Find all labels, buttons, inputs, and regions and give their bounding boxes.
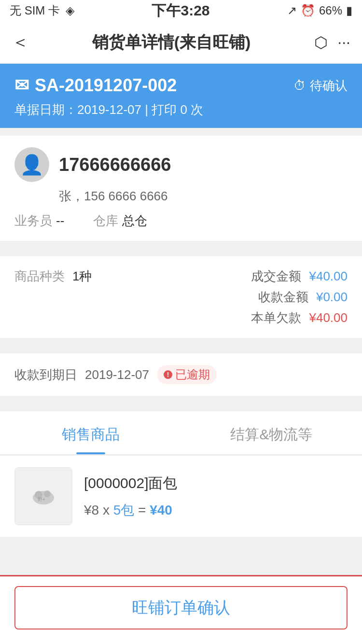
salesperson-value: -- [56, 213, 64, 228]
order-icon: ✉ [14, 75, 29, 96]
battery-icon: ▮ [346, 4, 352, 17]
transaction-label: 成交金额 [251, 268, 301, 285]
owed-row: 本单欠款 ¥40.00 [251, 309, 348, 326]
price-multiply: x [103, 503, 113, 518]
order-header: ✉ SA-20191207-002 ⏱ 待确认 单据日期：2019-12-07 … [0, 64, 362, 128]
nav-actions: ⬡ ··· [302, 33, 350, 52]
price-equals: = [138, 503, 150, 518]
salesperson-label: 业务员 [14, 212, 52, 229]
customer-section: 👤 17666666666 张，156 6666 6666 业务员 -- 仓库 … [0, 136, 362, 241]
customer-row: 👤 17666666666 [14, 147, 348, 182]
warehouse-value: 总仓 [122, 212, 147, 229]
summary-section: 商品种类 1种 成交金额 ¥40.00 收款金额 ¥0.00 本单欠款 ¥40.… [0, 256, 362, 338]
location-icon: ↗ [287, 4, 297, 17]
page-title: 销货单详情(来自旺铺) [41, 31, 302, 54]
price-unit: ¥8 [84, 503, 99, 518]
status-left: 无 SIM 卡 ◈ [10, 3, 74, 18]
share-icon[interactable]: ⬡ [314, 33, 328, 52]
received-label: 收款金额 [258, 289, 308, 306]
due-date: 2019-12-07 [85, 367, 149, 382]
product-section: 野+ [0000002]面包 ¥8 x 5包 = ¥40 [0, 456, 362, 537]
due-section: 收款到期日 2019-12-07 ! 已逾期 [0, 353, 362, 396]
owed-label: 本单欠款 [251, 309, 301, 326]
bottom-bar: 旺铺订单确认 [0, 575, 362, 644]
avatar: 👤 [14, 147, 49, 182]
price-total: ¥40 [150, 503, 172, 518]
divider-3 [0, 346, 362, 353]
received-row: 收款金额 ¥0.00 [258, 289, 348, 306]
svg-text:野+: 野+ [38, 497, 45, 502]
product-info: [0000002]面包 ¥8 x 5包 = ¥40 [84, 474, 348, 519]
no-sim-text: 无 SIM 卡 [10, 3, 60, 18]
tab-settlement[interactable]: 结算&物流等 [181, 411, 362, 454]
product-logo-icon: 野+ [29, 484, 58, 508]
price-qty: 5包 [113, 503, 135, 518]
product-price: ¥8 x 5包 = ¥40 [84, 501, 348, 519]
product-thumbnail: 野+ [14, 467, 72, 525]
transaction-row: 成交金额 ¥40.00 [251, 268, 348, 285]
status-right: ↗ ⏰ 66% ▮ [287, 4, 352, 17]
warehouse-label: 仓库 [93, 212, 118, 229]
transaction-value: ¥40.00 [309, 269, 348, 284]
owed-value: ¥40.00 [309, 310, 348, 325]
product-item: 野+ [0000002]面包 ¥8 x 5包 = ¥40 [0, 456, 362, 537]
product-name: [0000002]面包 [84, 474, 348, 493]
received-value: ¥0.00 [316, 290, 348, 305]
back-button[interactable]: ＜ [12, 30, 41, 54]
battery-text: 66% [319, 4, 342, 17]
warehouse-item: 仓库 总仓 [93, 212, 147, 229]
customer-name: 张，156 6666 6666 [59, 188, 348, 205]
avatar-icon: 👤 [20, 154, 44, 176]
more-icon[interactable]: ··· [337, 33, 350, 51]
status-time: 下午3:28 [152, 1, 209, 21]
status-clock-icon: ⏱ [293, 78, 306, 93]
summary-right: 成交金额 ¥40.00 收款金额 ¥0.00 本单欠款 ¥40.00 [251, 268, 348, 326]
alarm-icon: ⏰ [301, 4, 315, 17]
overdue-icon: ! [164, 370, 172, 379]
order-id-text: SA-20191207-002 [35, 75, 177, 96]
divider-2 [0, 249, 362, 256]
order-id-row: ✉ SA-20191207-002 ⏱ 待确认 [14, 75, 348, 96]
order-id: ✉ SA-20191207-002 [14, 75, 177, 96]
tabs-row: 销售商品 结算&物流等 [0, 411, 362, 455]
divider-4 [0, 404, 362, 411]
customer-meta: 业务员 -- 仓库 总仓 [14, 212, 348, 229]
overdue-text: 已逾期 [175, 367, 210, 382]
tab-products[interactable]: 销售商品 [0, 411, 181, 454]
tabs-section: 销售商品 结算&物流等 [0, 411, 362, 455]
nav-bar: ＜ 销货单详情(来自旺铺) ⬡ ··· [0, 21, 362, 64]
order-status: ⏱ 待确认 [293, 77, 348, 94]
overdue-badge: ! 已逾期 [157, 365, 217, 384]
category-label: 商品种类 [14, 268, 65, 285]
salesperson-item: 业务员 -- [14, 212, 64, 229]
customer-phone: 17666666666 [59, 154, 171, 175]
order-date: 单据日期：2019-12-07 | 打印 0 次 [14, 101, 348, 118]
summary-left: 商品种类 1种 [14, 268, 251, 285]
category-value: 1种 [72, 268, 92, 285]
status-text: 待确认 [310, 77, 348, 94]
divider-1 [0, 128, 362, 136]
confirm-order-button[interactable]: 旺铺订单确认 [14, 586, 348, 630]
svg-point-2 [44, 490, 51, 497]
due-label: 收款到期日 [14, 366, 77, 383]
wifi-icon: ◈ [66, 4, 74, 17]
status-bar: 无 SIM 卡 ◈ 下午3:28 ↗ ⏰ 66% ▮ [0, 0, 362, 21]
